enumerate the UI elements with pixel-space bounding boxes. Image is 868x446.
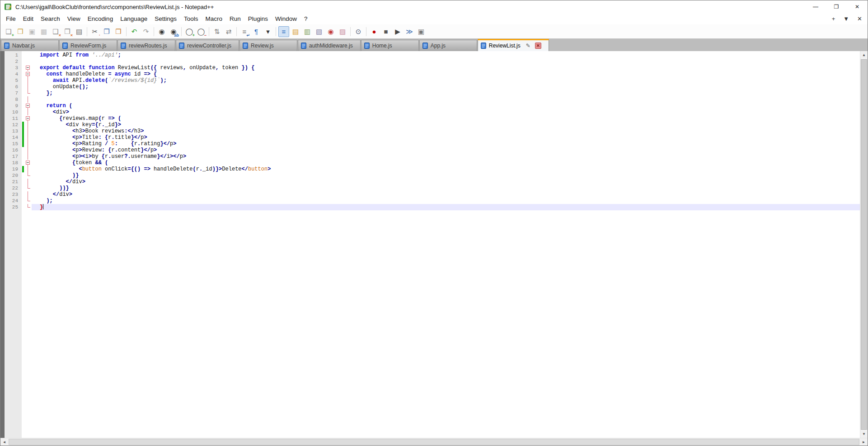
code-line-17[interactable]: <p><i>by {r.user?.username}</i></p> xyxy=(32,153,860,160)
code-line-19[interactable]: <button onClick={() => handleDelete(r._i… xyxy=(32,166,860,172)
code-view[interactable]: import API from '../api';export default … xyxy=(32,51,860,438)
menu-item-[interactable]: ? xyxy=(300,14,311,24)
close-all-icon[interactable]: ❐× xyxy=(62,26,73,37)
zoom-out-icon[interactable]: ◯− xyxy=(196,26,206,37)
fold-margin[interactable] xyxy=(24,115,32,122)
redo-icon[interactable]: ↷ xyxy=(141,26,151,37)
fold-collapse-icon[interactable] xyxy=(26,104,30,108)
menu-item-tools[interactable]: Tools xyxy=(180,14,202,24)
pin-icon[interactable]: ✎ xyxy=(526,43,530,49)
fold-margin[interactable] xyxy=(24,71,32,77)
code-line-16[interactable]: <p>Review: {r.content}</p> xyxy=(32,147,860,153)
paste-icon[interactable]: ❒ xyxy=(113,26,124,37)
code-line-25[interactable]: } xyxy=(32,204,860,210)
fold-collapse-icon[interactable] xyxy=(26,161,30,165)
menu-item-macro[interactable]: Macro xyxy=(202,14,226,24)
save-icon[interactable]: ▣ xyxy=(27,26,38,37)
tab-review-js[interactable]: Review.js xyxy=(239,40,297,51)
folder-workspace-icon[interactable]: ▨ xyxy=(337,26,348,37)
menu-item-edit[interactable]: Edit xyxy=(19,14,37,24)
code-line-7[interactable]: }; xyxy=(32,90,860,96)
code-line-9[interactable]: return ( xyxy=(32,103,860,109)
menu-item-run[interactable]: Run xyxy=(226,14,244,24)
eye-icon[interactable]: ⊙ xyxy=(353,26,364,37)
menu-item-language[interactable]: Language xyxy=(117,14,151,24)
document-list-icon[interactable]: ▧ xyxy=(314,26,324,37)
scroll-right-arrow-icon[interactable]: ► xyxy=(860,438,868,446)
tab-reviewlist-js[interactable]: ReviewList.js✎✕ xyxy=(478,39,549,51)
code-line-10[interactable]: <div> xyxy=(32,109,860,115)
tab-app-js[interactable]: App.js xyxy=(419,40,477,51)
menu-item-settings[interactable]: Settings xyxy=(151,14,180,24)
menu-item-plugins[interactable]: Plugins xyxy=(244,14,272,24)
code-line-22[interactable]: ))} xyxy=(32,185,860,191)
tab-close-button[interactable]: ✕ xyxy=(535,43,541,49)
fold-collapse-icon[interactable] xyxy=(26,72,30,76)
close-file-icon[interactable]: ❑× xyxy=(50,26,61,37)
vertical-scroll-thumb[interactable] xyxy=(861,59,867,430)
code-line-6[interactable]: onUpdate(); xyxy=(32,84,860,90)
scroll-up-arrow-icon[interactable]: ▲ xyxy=(860,51,868,59)
code-line-4[interactable]: const handleDelete = async id => { xyxy=(32,71,860,77)
tab-home-js[interactable]: Home.js xyxy=(361,40,419,51)
fold-collapse-icon[interactable] xyxy=(26,116,30,120)
code-line-5[interactable]: await API.delete(`/reviews/${id}`); xyxy=(32,77,860,84)
code-line-13[interactable]: <h3>Book reviews:</h3> xyxy=(32,128,860,134)
find-icon[interactable]: ◉ xyxy=(156,26,167,37)
scroll-left-arrow-icon[interactable]: ◄ xyxy=(0,438,8,446)
cut-icon[interactable]: ✂· xyxy=(89,26,100,37)
tab-authmiddleware-js[interactable]: authMiddleware.js xyxy=(298,40,361,51)
code-line-15[interactable]: <p>Rating / 5: {r.rating}</p> xyxy=(32,141,860,147)
tab-list-button[interactable]: ▼ xyxy=(843,15,849,22)
code-line-2[interactable] xyxy=(32,58,860,65)
code-line-23[interactable]: </div> xyxy=(32,191,860,198)
show-all-chars-icon[interactable]: ¶ xyxy=(251,26,262,37)
tab-reviewcontroller-js[interactable]: reviewController.js xyxy=(176,40,239,51)
new-tab-button[interactable]: + xyxy=(832,15,835,22)
word-wrap-icon[interactable]: ≡↵ xyxy=(239,26,250,37)
monitoring-icon[interactable]: ◉ xyxy=(325,26,336,37)
code-line-11[interactable]: {reviews.map(r => ( xyxy=(32,115,860,122)
macro-record-icon[interactable]: ● xyxy=(369,26,380,37)
code-line-24[interactable]: ); xyxy=(32,198,860,204)
code-line-20[interactable]: )} xyxy=(32,172,860,179)
macro-run-multi-icon[interactable]: ≫ xyxy=(404,26,415,37)
horizontal-scroll-thumb[interactable] xyxy=(9,439,859,445)
fold-margin[interactable] xyxy=(24,65,32,71)
code-line-12[interactable]: <div key={r._id}> xyxy=(32,122,860,128)
document-map-icon[interactable]: ▥ xyxy=(302,26,313,37)
menu-item-encoding[interactable]: Encoding xyxy=(84,14,117,24)
tab-reviewroutes-js[interactable]: reviewRoutes.js xyxy=(117,40,175,51)
macro-play-icon[interactable]: ▶ xyxy=(392,26,403,37)
scroll-down-arrow-icon[interactable]: ▼ xyxy=(860,430,868,438)
code-line-1[interactable]: import API from '../api'; xyxy=(32,52,860,58)
tab-navbar-js[interactable]: Navbar.js xyxy=(1,40,59,51)
open-file-icon[interactable]: ❒ xyxy=(15,26,26,37)
code-line-8[interactable] xyxy=(32,96,860,103)
vertical-scrollbar[interactable]: ▲ ▼ xyxy=(860,51,868,438)
code-line-18[interactable]: {token && ( xyxy=(32,160,860,166)
code-line-14[interactable]: <p>Title: {r.title}</p> xyxy=(32,134,860,141)
tab-reviewform-js[interactable]: ReviewForm.js xyxy=(59,40,117,51)
menu-item-view[interactable]: View xyxy=(64,14,84,24)
code-line-21[interactable]: </div> xyxy=(32,179,860,185)
menu-item-window[interactable]: Window xyxy=(272,14,300,24)
fold-margin[interactable] xyxy=(24,103,32,109)
close-button[interactable]: ✕ xyxy=(847,0,868,13)
fold-collapse-icon[interactable] xyxy=(26,66,30,70)
macro-stop-icon[interactable]: ■ xyxy=(380,26,391,37)
undo-icon[interactable]: ↶ xyxy=(129,26,140,37)
close-tab-button[interactable]: ✕ xyxy=(857,15,862,22)
indent-guide-icon[interactable]: ≡ xyxy=(278,26,289,37)
replace-icon[interactable]: ◉ab xyxy=(168,26,179,37)
macro-save-icon[interactable]: ▣ xyxy=(416,26,427,37)
new-file-icon[interactable]: ❑+ xyxy=(3,26,14,37)
show-symbol-dropdown-icon[interactable]: ▾ xyxy=(263,26,273,37)
copy-icon[interactable]: ❐ xyxy=(101,26,112,37)
code-line-3[interactable]: export default function ReviewList({ rev… xyxy=(32,65,860,71)
sync-horizontal-scroll-icon[interactable]: ⇄ xyxy=(223,26,234,37)
sync-vertical-scroll-icon[interactable]: ⇅ xyxy=(211,26,222,37)
function-list-icon[interactable]: ▤ xyxy=(290,26,301,37)
horizontal-scrollbar[interactable]: ◄ ► xyxy=(0,438,868,446)
print-icon[interactable]: ▤ xyxy=(74,26,84,37)
